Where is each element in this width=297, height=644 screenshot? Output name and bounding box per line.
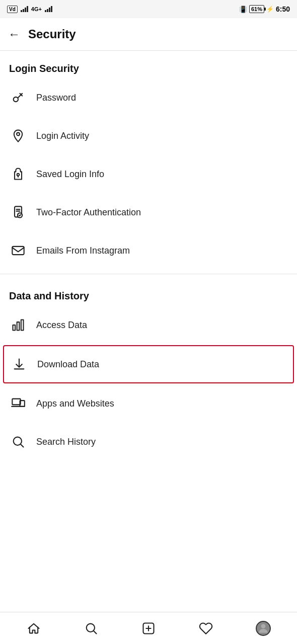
bottom-nav (0, 612, 297, 644)
apps-websites-label: Apps and Websites (36, 398, 114, 409)
section-login-security: Login Security Password Login A (0, 51, 297, 270)
phone-shield-icon (9, 203, 27, 221)
bar-chart-icon (9, 316, 27, 334)
search-icon (9, 433, 27, 451)
menu-item-emails[interactable]: Emails From Instagram (0, 231, 297, 270)
section-data-history: Data and History Access Data Do (0, 278, 297, 461)
login-activity-label: Login Activity (36, 131, 89, 141)
svg-rect-7 (17, 322, 20, 330)
two-factor-label: Two-Factor Authentication (36, 207, 141, 218)
key-icon (9, 89, 27, 107)
download-data-label: Download Data (37, 359, 99, 370)
status-right: 📳 61% ⚡ 6:50 (239, 5, 290, 13)
svg-point-19 (261, 624, 266, 628)
header: ← Security (0, 18, 297, 51)
svg-rect-5 (12, 247, 24, 255)
menu-item-access-data[interactable]: Access Data (0, 306, 297, 344)
svg-point-1 (17, 133, 20, 136)
nav-heart[interactable] (191, 616, 221, 640)
location-icon (9, 127, 27, 145)
avatar (256, 621, 271, 636)
section-header-data: Data and History (0, 278, 297, 306)
menu-item-search-history[interactable]: Search History (0, 423, 297, 461)
battery-level: 61 (251, 6, 257, 12)
charging-icon: ⚡ (266, 6, 274, 13)
vibrate-icon: 📳 (239, 6, 247, 13)
carrier-icon: Vd (7, 6, 18, 13)
password-label: Password (36, 93, 76, 103)
status-left: Vd 4G+ (7, 6, 52, 13)
battery-icon: 61% (249, 5, 264, 13)
nav-add[interactable] (133, 616, 164, 640)
svg-line-13 (21, 444, 23, 447)
menu-item-apps-websites[interactable]: Apps and Websites (0, 384, 297, 423)
section-divider (0, 274, 297, 274)
emails-label: Emails From Instagram (36, 246, 130, 256)
time: 6:50 (276, 5, 290, 13)
nav-search[interactable] (76, 616, 106, 640)
laptop-icon (9, 394, 27, 413)
svg-line-15 (94, 631, 96, 633)
menu-item-saved-login[interactable]: Saved Login Info (0, 155, 297, 193)
search-history-label: Search History (36, 437, 96, 447)
signal-bars (21, 6, 28, 12)
access-data-label: Access Data (36, 320, 87, 331)
section-header-login: Login Security (0, 51, 297, 78)
page-title: Security (28, 27, 76, 41)
network-type: 4G+ (31, 6, 42, 12)
back-button[interactable]: ← (8, 28, 20, 40)
svg-rect-6 (13, 325, 16, 331)
envelope-icon (9, 242, 27, 260)
nav-profile[interactable] (248, 616, 278, 640)
menu-item-download-data[interactable]: Download Data (3, 345, 294, 383)
download-icon (10, 355, 28, 373)
menu-item-two-factor[interactable]: Two-Factor Authentication (0, 193, 297, 231)
saved-login-label: Saved Login Info (36, 169, 104, 180)
menu-item-password[interactable]: Password (0, 78, 297, 117)
content: Login Security Password Login A (0, 51, 297, 612)
lock-icon (9, 165, 27, 183)
svg-rect-8 (21, 320, 24, 331)
signal-bars-2 (45, 6, 52, 12)
nav-home[interactable] (19, 616, 49, 640)
menu-item-login-activity[interactable]: Login Activity (0, 117, 297, 155)
svg-rect-10 (12, 399, 20, 405)
status-bar: Vd 4G+ 📳 61% ⚡ 6:50 (0, 0, 297, 18)
